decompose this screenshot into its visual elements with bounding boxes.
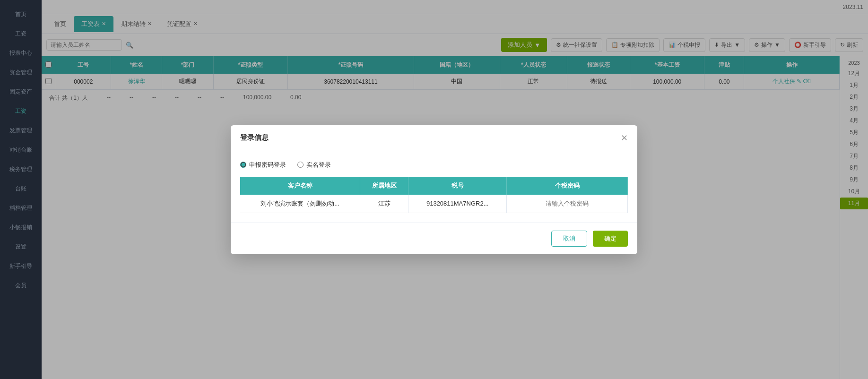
modal-overlay: 登录信息 ✕ 申报密码登录 实名登录 [0,0,868,379]
radio-realname-login[interactable]: 实名登录 [297,161,331,169]
dialog-row-password-cell[interactable] [507,195,628,213]
dialog-row-region: 江苏 [360,195,408,213]
radio-password-input[interactable] [240,162,246,168]
radio-password-login[interactable]: 申报密码登录 [240,161,286,169]
dialog-close-button[interactable]: ✕ [621,133,628,143]
dialog-row-taxno: 91320811MA7NGR2... [408,195,507,213]
dialog-title: 登录信息 [240,133,269,142]
login-dialog: 登录信息 ✕ 申报密码登录 实名登录 [231,125,637,254]
dialog-body: 申报密码登录 实名登录 客户名称 所属地区 税号 个税密码 [231,151,637,223]
dialog-col-region: 所属地区 [360,177,408,195]
confirm-button[interactable]: 确定 [593,231,628,247]
dialog-footer: 取消 确定 [231,223,637,254]
radio-realname-input[interactable] [297,162,304,168]
dialog-col-taxno: 税号 [408,177,507,195]
radio-password-label: 申报密码登录 [249,161,286,169]
cancel-button[interactable]: 取消 [551,231,587,247]
dialog-table: 客户名称 所属地区 税号 个税密码 刘小艳演示账套（勿删勿动... 江苏 913… [240,177,628,213]
tax-password-input[interactable] [512,200,622,207]
dialog-col-password: 个税密码 [507,177,628,195]
dialog-row-name: 刘小艳演示账套（勿删勿动... [240,195,360,213]
dialog-table-row: 刘小艳演示账套（勿删勿动... 江苏 91320811MA7NGR2... [240,195,628,213]
login-type-radio-group: 申报密码登录 实名登录 [240,161,628,169]
dialog-header: 登录信息 ✕ [231,125,637,151]
radio-realname-label: 实名登录 [306,161,331,169]
dialog-col-name: 客户名称 [240,177,360,195]
